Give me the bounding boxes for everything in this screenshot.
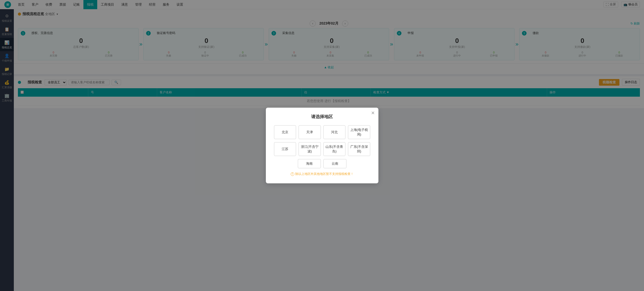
modal-close-button[interactable]: ✕ [371, 111, 375, 115]
region-btn-上海(电子税局)[interactable]: 上海(电子税局) [348, 125, 370, 139]
region-btn-海南[interactable]: 海南 [298, 159, 321, 168]
modal-overlay[interactable]: ✕ 请选择地区 北京天津河北上海(电子税局) 江苏浙江(不含宁波)山东(不含青岛… [0, 0, 644, 291]
region-btn-云南[interactable]: 云南 [323, 159, 346, 168]
region-btn-广东(不含深圳)[interactable]: 广东(不含深圳) [348, 142, 370, 156]
region-btn-天津[interactable]: 天津 [299, 125, 321, 139]
modal-title: 请选择地区 [274, 114, 370, 120]
region-grid-1: 北京天津河北上海(电子税局) [274, 125, 370, 139]
note-icon: ! [291, 172, 294, 176]
modal: ✕ 请选择地区 北京天津河北上海(电子税局) 江苏浙江(不含宁波)山东(不含青岛… [266, 108, 378, 183]
region-btn-浙江(不含宁波)[interactable]: 浙江(不含宁波) [299, 142, 321, 156]
region-btn-河北[interactable]: 河北 [323, 125, 346, 139]
region-btn-山东(不含青岛)[interactable]: 山东(不含青岛) [323, 142, 346, 156]
region-btn-江苏[interactable]: 江苏 [274, 142, 296, 156]
region-note: ! 除以上地区外其他地区暂不支持报税检查！ [274, 172, 370, 176]
note-text: 除以上地区外其他地区暂不支持报税检查！ [295, 172, 354, 176]
region-btn-北京[interactable]: 北京 [274, 125, 296, 139]
region-grid-2: 江苏浙江(不含宁波)山东(不含青岛)广东(不含深圳) [274, 142, 370, 156]
region-row-bottom: 海南云南 [274, 159, 370, 168]
